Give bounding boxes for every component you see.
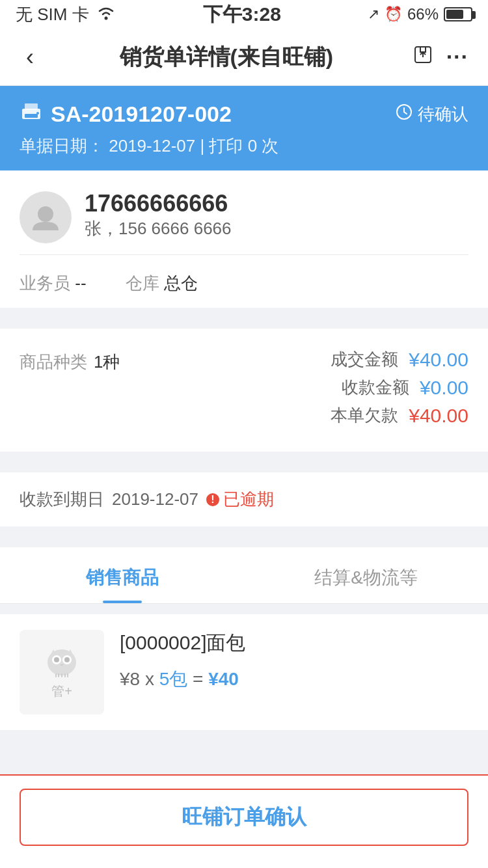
sales-label: 业务员 (20, 273, 70, 293)
battery-icon (444, 7, 472, 21)
order-status: 待确认 (396, 103, 468, 126)
status-clock-icon (396, 103, 413, 125)
order-banner: SA-20191207-002 待确认 单据日期： 2019-12-07 | 打… (0, 86, 488, 170)
amount-value: ¥40.00 (409, 349, 468, 371)
location-icon: ↗ (368, 6, 379, 23)
share-icon[interactable] (413, 44, 433, 70)
customer-row: 17666666666 张，156 6666 6666 (20, 190, 468, 244)
customer-meta: 业务员 -- 仓库 总仓 (20, 265, 468, 295)
status-bar: 无 SIM 卡 下午3:28 ↗ ⏰ 66% (0, 0, 488, 29)
status-right: ↗ ⏰ 66% (368, 5, 472, 23)
product-item: 管+ [0000002]面包 ¥8 x 5包 = ¥40 (20, 630, 468, 714)
confirm-button[interactable]: 旺铺订单确认 (20, 789, 468, 846)
received-row: 收款金额 ¥0.00 (331, 376, 468, 399)
bottom-bar: 旺铺订单确认 (0, 774, 488, 868)
tab-settlement[interactable]: 结算&物流等 (244, 547, 488, 603)
amount-label: 成交金额 (331, 348, 398, 371)
warehouse-label: 仓库 (126, 273, 159, 293)
svg-point-0 (104, 16, 107, 20)
summary-section: 商品种类 1种 成交金额 ¥40.00 收款金额 ¥0.00 本单欠款 ¥40.… (0, 329, 488, 452)
customer-phone: 17666666666 (85, 190, 232, 217)
received-value: ¥0.00 (420, 377, 468, 399)
svg-point-11 (54, 657, 59, 662)
product-name: [0000002]面包 (120, 630, 468, 657)
divider2 (0, 462, 488, 472)
status-left: 无 SIM 卡 (16, 3, 116, 26)
due-date: 2019-12-07 (112, 489, 198, 509)
svg-rect-4 (25, 114, 38, 118)
svg-point-7 (38, 206, 53, 222)
due-label: 收款到期日 (20, 488, 104, 511)
product-price-row: ¥8 x 5包 = ¥40 (120, 667, 468, 692)
tabs-container: 销售商品 结算&物流等 (0, 547, 488, 604)
battery-percent: 66% (407, 5, 439, 23)
warehouse-value: 总仓 (164, 273, 198, 293)
due-section: 收款到期日 2019-12-07 ! 已逾期 (0, 472, 488, 526)
product-thumb-inner: 管+ (39, 644, 85, 700)
amount-row: 成交金额 ¥40.00 (331, 348, 468, 371)
summary-row: 商品种类 1种 成交金额 ¥40.00 收款金额 ¥0.00 本单欠款 ¥40.… (20, 348, 468, 432)
wifi-icon (96, 5, 116, 25)
tab-sales-product[interactable]: 销售商品 (0, 547, 244, 603)
owed-label: 本单欠款 (331, 404, 398, 427)
thin-divider (20, 254, 468, 255)
order-id-row: SA-20191207-002 待确认 (20, 102, 468, 127)
carrier-text: 无 SIM 卡 (16, 3, 89, 26)
order-print-icon (20, 102, 43, 127)
nav-actions: ··· (413, 44, 468, 70)
status-time: 下午3:28 (203, 1, 281, 28)
product-type-label: 商品种类 (20, 351, 87, 373)
brand-text: 管+ (51, 683, 72, 700)
product-price: ¥8 (120, 669, 140, 689)
page-title: 销货单详情(来自旺铺) (120, 42, 334, 72)
product-info: [0000002]面包 ¥8 x 5包 = ¥40 (120, 630, 468, 692)
amounts: 成交金额 ¥40.00 收款金额 ¥0.00 本单欠款 ¥40.00 (331, 348, 468, 432)
nav-bar: ‹ 销货单详情(来自旺铺) ··· (0, 29, 488, 86)
overdue-text: 已逾期 (223, 488, 274, 511)
product-type-info: 商品种类 1种 (20, 348, 120, 373)
more-icon[interactable]: ··· (446, 44, 468, 70)
customer-name: 张，156 6666 6666 (85, 217, 232, 240)
order-date: 单据日期： 2019-12-07 | 打印 0 次 (20, 135, 468, 157)
product-thumbnail: 管+ (20, 630, 104, 714)
divider3 (0, 537, 488, 547)
svg-point-5 (36, 112, 39, 115)
owed-value: ¥40.00 (409, 405, 468, 427)
alarm-icon: ⏰ (385, 6, 402, 23)
customer-phone-info: 17666666666 张，156 6666 6666 (85, 190, 232, 244)
tabs-row: 销售商品 结算&物流等 (0, 547, 488, 604)
total-price: ¥40 (208, 669, 239, 689)
svg-point-12 (64, 657, 70, 662)
svg-rect-3 (25, 103, 38, 110)
warehouse-info: 仓库 总仓 (126, 272, 198, 295)
overdue-badge: ! 已逾期 (206, 488, 274, 511)
sales-info: 业务员 -- (20, 272, 87, 295)
customer-section: 17666666666 张，156 6666 6666 业务员 -- 仓库 总仓 (0, 170, 488, 308)
product-type-value: 1种 (94, 351, 120, 373)
overdue-icon: ! (206, 493, 219, 506)
product-section: 管+ [0000002]面包 ¥8 x 5包 = ¥40 (0, 614, 488, 730)
avatar (20, 191, 72, 243)
order-id: SA-20191207-002 (20, 102, 232, 127)
sales-value: -- (75, 273, 86, 293)
owed-row: 本单欠款 ¥40.00 (331, 404, 468, 427)
received-label: 收款金额 (342, 376, 409, 399)
back-button[interactable]: ‹ (20, 37, 40, 77)
divider1 (0, 318, 488, 329)
product-quantity: 5包 (159, 669, 188, 689)
